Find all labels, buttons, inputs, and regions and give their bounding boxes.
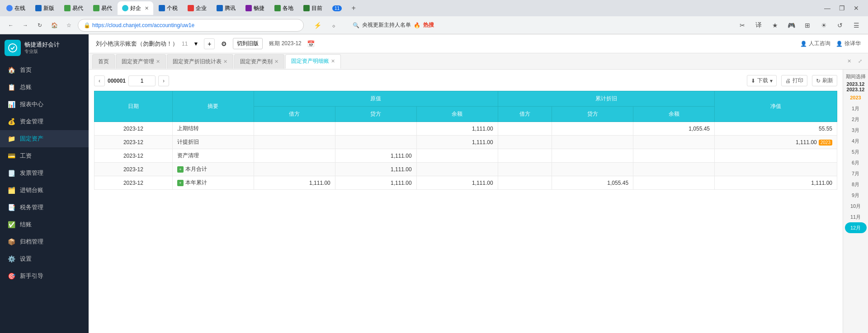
close-all-tabs-button[interactable]: ✕ <box>844 57 854 66</box>
sidebar-item-ledger[interactable]: 📋 总账 <box>0 79 89 96</box>
period-year[interactable]: 2023 <box>845 92 867 103</box>
dropdown-icon[interactable]: ▼ <box>191 39 200 48</box>
prev-page-button[interactable]: ‹ <box>94 75 105 86</box>
table-cell: 1,111.00 <box>416 136 498 149</box>
browser-tab-yidai1[interactable]: 易代 <box>60 1 88 15</box>
sidebar-item-purchase[interactable]: 🗂️ 进销台账 <box>0 182 89 199</box>
next-page-button[interactable]: › <box>158 75 169 86</box>
star-icon[interactable]: ★ <box>769 19 781 32</box>
tab-label: 目前 <box>311 5 322 12</box>
new-tab-button[interactable]: + <box>347 2 360 14</box>
settings-account-button[interactable]: ⚙ <box>218 38 229 49</box>
table-cell: 资产清理 <box>172 149 254 163</box>
tab-close-asset-category[interactable]: ✕ <box>274 59 278 65</box>
tab-asset-detail[interactable]: 固定资产明细账 ✕ <box>285 54 341 69</box>
forward-button[interactable]: → <box>20 20 31 31</box>
sidebar-item-invoice[interactable]: 🗒️ 发票管理 <box>0 164 89 182</box>
translate-icon[interactable]: 译 <box>752 19 765 32</box>
add-account-button[interactable]: + <box>204 38 215 49</box>
period-month-item[interactable]: 11月 <box>845 211 867 222</box>
sidebar-item-report[interactable]: 📊 报表中心 <box>0 96 89 113</box>
sidebar-item-archive[interactable]: 📦 归档管理 <box>0 233 89 250</box>
sidebar-item-fund[interactable]: 💰 资金管理 <box>0 113 89 130</box>
download-button[interactable]: ⬇ 下载 ▾ <box>747 75 777 86</box>
table-cell: 1,111.002023 <box>715 136 837 149</box>
browser-tab-muqian[interactable]: 目前 <box>299 1 327 15</box>
grid-icon[interactable]: ⊞ <box>801 19 814 32</box>
sidebar-item-close[interactable]: ✅ 结账 <box>0 216 89 233</box>
sidebar-item-settings[interactable]: ⚙️ 设置 <box>0 250 89 267</box>
window-minimize-button[interactable]: — <box>821 2 834 14</box>
browser-tab-enterprise[interactable]: 企业 <box>183 1 211 15</box>
svg-point-0 <box>9 44 17 52</box>
sidebar-item-tax[interactable]: 📑 税务管理 <box>0 199 89 216</box>
account-count: 11 <box>182 41 188 47</box>
sub-header-balance2: 余额 <box>633 107 715 122</box>
window-restore-button[interactable]: ❐ <box>835 2 848 14</box>
tab-asset-category[interactable]: 固定资产类别 ✕ <box>234 54 284 69</box>
period-month-item[interactable]: 2月 <box>845 114 867 125</box>
switch-version-button[interactable]: 切到旧版 <box>233 38 263 49</box>
tab-depreciation-stat[interactable]: 固定资产折旧统计表 ✕ <box>167 54 233 69</box>
menu-icon[interactable]: ☰ <box>850 19 863 32</box>
user-info[interactable]: 👤 徐译华 <box>836 40 861 47</box>
tab-close-depreciation-stat[interactable]: ✕ <box>223 59 227 65</box>
refresh-button[interactable]: ↻ 刷新 <box>812 75 837 86</box>
period-month-item[interactable]: 12月 <box>845 222 867 233</box>
period-month-item[interactable]: 10月 <box>845 201 867 211</box>
period-month-item[interactable]: 1月 <box>845 103 867 114</box>
table-cell: 2023-12 <box>94 163 173 176</box>
help-button[interactable]: 👤 人工咨询 <box>800 40 830 47</box>
archive-icon: 📦 <box>7 238 15 246</box>
browser-tab-active[interactable]: 好企 ✕ <box>118 1 153 15</box>
period-month-item[interactable]: 7月 <box>845 168 867 179</box>
period-month-item[interactable]: 5月 <box>845 146 867 157</box>
browser-tab-count[interactable]: 11 <box>328 1 346 15</box>
undo-icon[interactable]: ↺ <box>834 19 846 32</box>
tab-home[interactable]: 首页 <box>92 54 115 69</box>
game-icon[interactable]: 🎮 <box>785 19 797 32</box>
tabs-bar-right: ✕ ⤢ <box>844 57 864 66</box>
period-month-item[interactable]: 6月 <box>845 157 867 168</box>
cast-button[interactable]: ⬦ <box>327 19 340 32</box>
sidebar-item-fixed-assets[interactable]: 📁 固定资产 <box>0 130 89 147</box>
tab-close-fixed-assets-mgmt[interactable]: ✕ <box>156 59 160 65</box>
brightness-icon[interactable]: ☀ <box>817 19 830 32</box>
maximize-button[interactable]: ⤢ <box>855 57 864 66</box>
tab-label: 企业 <box>196 5 207 12</box>
bookmark-button[interactable]: ☆ <box>63 20 74 31</box>
back-button[interactable]: ← <box>5 20 16 31</box>
table-row: 2023-12+本年累计1,111.001,111.001,111.001,05… <box>94 176 837 190</box>
browser-tab-changjie[interactable]: 畅捷 <box>241 1 269 15</box>
browser-tab-new[interactable]: 新版 <box>31 1 59 15</box>
scissors-icon[interactable]: ✂ <box>736 19 749 32</box>
period-month-item[interactable]: 8月 <box>845 179 867 190</box>
browser-tab-online[interactable]: 在线 <box>2 1 30 15</box>
period-month-item[interactable]: 4月 <box>845 136 867 146</box>
sidebar-item-home[interactable]: 🏠 首页 <box>0 61 89 79</box>
main-content: ‹ 000001 › ⬇ 下载 ▾ 🖨 打印 <box>89 70 843 333</box>
tab-close-asset-detail[interactable]: ✕ <box>331 58 335 64</box>
tab-fixed-assets-mgmt[interactable]: 固定资产管理 ✕ <box>116 54 166 69</box>
browser-tab-geshui[interactable]: 个税 <box>154 1 182 15</box>
reload-button[interactable]: ↻ <box>34 20 45 31</box>
browser-tab-gedi[interactable]: 各地 <box>270 1 298 15</box>
tab-close-icon[interactable]: ✕ <box>145 5 149 11</box>
table-cell: +本月合计 <box>172 163 254 176</box>
window-close-button[interactable]: ✕ <box>850 2 863 14</box>
address-text: https://cloud.chanjet.com/accounting/uw1… <box>92 22 194 28</box>
address-input[interactable]: 🔒 https://cloud.chanjet.com/accounting/u… <box>78 19 304 32</box>
period-month-item[interactable]: 3月 <box>845 125 867 136</box>
home-button[interactable]: 🏠 <box>49 20 60 31</box>
browser-tab-yidai2[interactable]: 易代 <box>89 1 117 15</box>
salary-icon: 💳 <box>7 152 15 160</box>
extensions-button[interactable]: ⚡ <box>311 19 324 32</box>
page-input-field[interactable] <box>128 75 156 86</box>
table-cell <box>498 149 552 163</box>
print-button[interactable]: 🖨 打印 <box>781 75 807 86</box>
browser-tab-tencent[interactable]: 腾讯 <box>212 1 240 15</box>
sidebar-item-salary[interactable]: 💳 工资 <box>0 147 89 164</box>
sidebar-item-guide[interactable]: 🎯 新手引导 <box>0 267 89 285</box>
calendar-icon[interactable]: 📅 <box>307 40 315 47</box>
period-month-item[interactable]: 9月 <box>845 190 867 201</box>
